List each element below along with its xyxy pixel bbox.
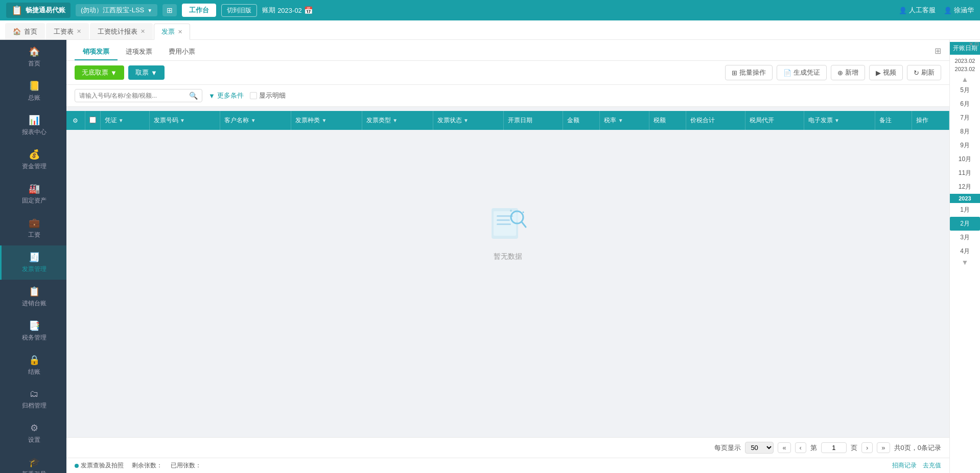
filter-icon: ▼ <box>208 92 215 100</box>
panel-maximize-button[interactable]: ⊡ <box>974 41 979 48</box>
tab-invoice-label: 发票 <box>161 27 175 36</box>
collect-dropdown-icon: ▼ <box>151 69 157 77</box>
assets-icon: 🏭 <box>29 183 40 194</box>
th-settings[interactable]: ⚙ <box>66 111 85 130</box>
month-6[interactable]: 6月 <box>950 97 980 111</box>
calendar-icon[interactable]: 📅 <box>304 6 313 14</box>
switch-version-button[interactable]: 切到旧版 <box>221 4 257 17</box>
month-4[interactable]: 4月 <box>950 244 980 258</box>
merchant-records-link[interactable]: 招商记录 <box>892 461 917 470</box>
period-label: 账期 <box>262 6 275 15</box>
month-9[interactable]: 9月 <box>950 139 980 152</box>
footer-right: 招商记录 去充值 <box>892 461 941 470</box>
grid-view-icon[interactable]: ⊞ <box>935 46 941 56</box>
tab-wage-close[interactable]: ✕ <box>77 28 81 35</box>
show-detail-checkbox[interactable] <box>250 92 257 99</box>
more-filters-button[interactable]: ▼ 更多条件 <box>208 91 244 100</box>
logo-area: 📋 畅捷通易代账 <box>6 3 71 18</box>
year-up-arrow[interactable]: ▲ <box>962 75 969 83</box>
company-selector[interactable]: (勿动）江西股宝-LSS ▼ <box>76 4 157 16</box>
sub-tab-expense[interactable]: 费用小票 <box>160 44 203 60</box>
refresh-button[interactable]: ↻ 刷新 <box>907 65 941 80</box>
tab-wage[interactable]: 工资表 ✕ <box>46 23 89 39</box>
sidebar-item-archive[interactable]: 🗂 归档管理 <box>0 382 66 416</box>
month-5[interactable]: 5月 <box>950 83 980 97</box>
sidebar-item-funds[interactable]: 💰 资金管理 <box>0 143 66 177</box>
user-profile[interactable]: 👤 徐涵华 <box>944 6 974 15</box>
service-icon: 👤 <box>899 7 907 14</box>
sidebar-item-tax[interactable]: 📑 税务管理 <box>0 314 66 348</box>
th-invoice-category: 发票类型 ▼ <box>362 111 433 130</box>
prev-page-button[interactable]: ‹ <box>795 442 806 453</box>
empty-text: 暂无数据 <box>494 252 522 261</box>
customer-service-button[interactable]: 👤 人工客服 <box>899 6 936 15</box>
sidebar-label-guide: 新手引导 <box>22 470 46 473</box>
invoice-category-filter-icon[interactable]: ▼ <box>392 118 398 123</box>
month-12[interactable]: 12月 <box>950 180 980 194</box>
tab-wage-stats-close[interactable]: ✕ <box>141 28 145 35</box>
generate-voucher-button[interactable]: 📄 生成凭证 <box>777 65 827 80</box>
sidebar-item-invoice-mgmt[interactable]: 🧾 发票管理 <box>0 245 66 280</box>
sub-tab-purchase[interactable]: 进项发票 <box>118 44 160 60</box>
invoice-type-filter-icon[interactable]: ▼ <box>322 118 327 123</box>
new-button[interactable]: ⊕ 新增 <box>831 65 865 80</box>
invoice-status-filter-icon[interactable]: ▼ <box>463 118 469 123</box>
first-page-button[interactable]: « <box>778 442 790 453</box>
sidebar-item-fixed-assets[interactable]: 🏭 固定资产 <box>0 177 66 211</box>
search-icon[interactable]: 🔍 <box>189 92 198 100</box>
recharge-link[interactable]: 去充值 <box>923 461 941 470</box>
month-8[interactable]: 8月 <box>950 125 980 139</box>
tab-home-label: 首页 <box>24 27 37 36</box>
month-7[interactable]: 7月 <box>950 111 980 125</box>
sidebar-item-settings[interactable]: ⚙ 设置 <box>0 416 66 451</box>
month-11[interactable]: 11月 <box>950 166 980 180</box>
sub-tab-sales[interactable]: 销项发票 <box>75 44 118 60</box>
invoice-check-item: 发票查验及拍照 <box>75 461 124 470</box>
sidebar-item-close-period[interactable]: 🔒 结账 <box>0 348 66 382</box>
sidebar-label-invoice-mgmt: 发票管理 <box>22 265 46 274</box>
month-10[interactable]: 10月 <box>950 152 980 166</box>
sidebar-item-wages[interactable]: 💼 工资 <box>0 211 66 245</box>
month-3[interactable]: 3月 <box>950 231 980 244</box>
next-page-button[interactable]: › <box>861 442 873 453</box>
tab-invoice[interactable]: 发票 ✕ <box>154 24 190 40</box>
page-size-select[interactable]: 20 50 100 <box>745 442 774 454</box>
sidebar-item-general-ledger[interactable]: 📒 总账 <box>0 74 66 108</box>
search-input[interactable] <box>79 92 186 99</box>
workspace-button[interactable]: 工作台 <box>182 4 216 17</box>
page-number-input[interactable] <box>821 442 847 453</box>
invoice-no-filter-icon[interactable]: ▼ <box>180 118 185 123</box>
sidebar-item-guide[interactable]: 🎓 新手引导 <box>0 451 66 473</box>
copy-company-button[interactable]: ⊞ <box>162 4 177 16</box>
batch-icon: ⊞ <box>732 69 737 77</box>
tab-invoice-close[interactable]: ✕ <box>178 29 182 35</box>
no-collect-button[interactable]: 无底取票 ▼ <box>75 65 124 80</box>
voucher-filter-icon[interactable]: ▼ <box>119 118 124 123</box>
panel-close-button[interactable]: ✕ <box>969 41 973 48</box>
svg-rect-4 <box>497 223 511 225</box>
select-all-checkbox[interactable] <box>89 117 96 123</box>
collect-button[interactable]: 取票 ▼ <box>128 65 165 80</box>
month-1[interactable]: 1月 <box>950 203 980 217</box>
last-page-button[interactable]: » <box>877 442 890 453</box>
sidebar-item-reports[interactable]: 📊 报表中心 <box>0 108 66 143</box>
video-button[interactable]: ▶ 视频 <box>869 65 903 80</box>
company-dropdown-arrow: ▼ <box>147 8 152 13</box>
tab-wage-stats[interactable]: 工资统计报表 ✕ <box>90 23 153 39</box>
th-checkbox[interactable] <box>85 111 100 130</box>
footer-dot-icon <box>75 464 79 468</box>
settings-th-icon: ⚙ <box>73 117 78 124</box>
year-down-arrow[interactable]: ▼ <box>962 258 969 266</box>
e-invoice-filter-icon[interactable]: ▼ <box>834 118 839 123</box>
tax-rate-filter-icon[interactable]: ▼ <box>618 118 623 123</box>
customer-filter-icon[interactable]: ▼ <box>251 118 256 123</box>
tab-home[interactable]: 🏠 首页 <box>5 23 45 39</box>
show-detail-toggle[interactable]: 显示明细 <box>250 91 286 100</box>
search-input-wrap[interactable]: 🔍 <box>75 89 202 102</box>
page-text: 第 <box>810 443 817 453</box>
month-2[interactable]: 2月 <box>950 217 980 231</box>
page-size-label: 每页显示 <box>714 443 741 453</box>
sidebar-item-sales-purchase[interactable]: 📋 进销台账 <box>0 280 66 314</box>
sidebar-item-home[interactable]: 🏠 首页 <box>0 40 66 74</box>
batch-op-button[interactable]: ⊞ 批量操作 <box>725 65 773 80</box>
